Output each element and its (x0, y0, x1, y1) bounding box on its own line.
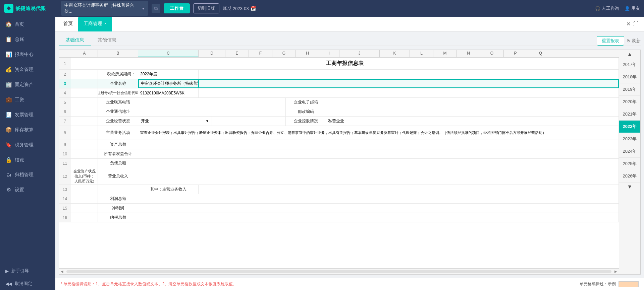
cell-11-b[interactable]: 负债总额 (98, 159, 138, 168)
cell-5-a[interactable] (71, 98, 98, 107)
tab-home[interactable]: 首页 (58, 17, 78, 31)
cell-4-c[interactable]: 91320100MA208E5W6K (138, 88, 199, 97)
cell-13-a[interactable] (71, 185, 98, 194)
year-2024[interactable]: 2024年 (619, 145, 640, 158)
sidebar-item-invoice[interactable]: 🧾 发票管理 (0, 107, 55, 122)
cell-11-a[interactable] (71, 159, 98, 168)
cell-6-a[interactable] (71, 107, 98, 116)
cell-6-c[interactable] (138, 107, 286, 116)
cell-7-b[interactable]: 企业经营状态 (98, 117, 138, 126)
cell-7-k[interactable]: 私营企业 (326, 117, 619, 126)
sub-tab-basic[interactable]: 基础信息 (59, 35, 91, 46)
cell-2-b[interactable]: 税款所属期间： (98, 70, 138, 79)
tab-gongshang[interactable]: 工商管理 × (78, 17, 112, 31)
cell-14-c[interactable] (138, 194, 619, 203)
tab-close-button[interactable]: ✕ (626, 21, 631, 27)
year-2018[interactable]: 2018年 (619, 71, 640, 83)
cell-15-a[interactable] (71, 204, 98, 213)
sidebar-item-report[interactable]: 📊 报表中心 (0, 47, 55, 62)
cell-7-j[interactable]: 企业控股情况 (286, 117, 326, 126)
cell-5-j[interactable]: 企业电子邮箱 (286, 98, 326, 107)
cell-8-c[interactable]: 审查企业会计报表；出具审计报告；验证企业资本；出具验资报告；办理企业合并、分立、… (138, 126, 619, 140)
sidebar-item-archive[interactable]: 🗂 归档管理 (0, 167, 55, 182)
cell-16-b[interactable]: 纳税总额 (98, 213, 138, 222)
sheet-body[interactable]: 1 工商年报信息表 2 税款所属期间： 2022年度 (59, 58, 619, 268)
cell-14-a[interactable] (71, 194, 98, 203)
sidebar-item-tax[interactable]: 🔖 税务管理 (0, 137, 55, 152)
cell-6-b[interactable]: 企业通信地址 (98, 107, 138, 116)
cell-5-b[interactable]: 企业联系电话 (98, 98, 138, 107)
sidebar-item-settings[interactable]: ⚙ 设置 (0, 182, 55, 197)
sidebar-item-asset[interactable]: 🏢 固定资产 (0, 77, 55, 92)
cell-4-a[interactable] (71, 88, 98, 97)
cell-4-rest[interactable] (199, 88, 619, 97)
refresh-button[interactable]: ↻ 刷新 (627, 38, 641, 44)
sidebar-item-inventory[interactable]: 📦 库存核算 (0, 122, 55, 137)
cell-11-c[interactable] (138, 159, 619, 168)
consult-button[interactable]: 🎧 人工咨询 (595, 5, 619, 11)
cell-6-k[interactable] (326, 107, 619, 116)
unpin-button[interactable]: ◀◀ 取消固定 (0, 277, 55, 290)
cell-10-b[interactable]: 所有者权益合计 (98, 149, 138, 158)
cell-10-c[interactable] (138, 149, 619, 158)
cell-9-b[interactable]: 资产总额 (98, 140, 138, 149)
cell-10-a[interactable] (71, 149, 98, 158)
cell-15-b[interactable]: 净利润 (98, 204, 138, 213)
cell-9-a[interactable] (71, 140, 98, 149)
cell-7-a[interactable] (71, 117, 98, 126)
horizontal-scroll-bar[interactable]: ◀ ▶ (59, 268, 619, 274)
title-cell[interactable]: 工商年报信息表 (71, 58, 619, 69)
cell-16-a[interactable] (71, 213, 98, 222)
cell-8-a[interactable] (71, 126, 98, 140)
cell-12-c[interactable] (138, 168, 619, 185)
copy-button[interactable]: ⧉ (152, 4, 160, 13)
cell-16-c[interactable] (138, 213, 619, 222)
cell-2-a[interactable] (71, 70, 98, 79)
cell-8-b[interactable]: 主营业务活动 (98, 126, 138, 140)
year-2017[interactable]: 2017年 (619, 59, 640, 71)
year-2025[interactable]: 2025年 (619, 158, 640, 170)
scroll-left-button[interactable]: ◀ (59, 269, 65, 275)
cell-12-b[interactable]: 营业总收入 (98, 168, 138, 185)
cell-7-c[interactable]: 开业 ▼ (138, 117, 212, 126)
year-2019[interactable]: 2019年 (619, 83, 640, 96)
cell-9-c[interactable] (138, 140, 619, 149)
cell-3-b[interactable]: 企业名称 (98, 79, 138, 88)
reset-report-button[interactable]: 重置报表 (597, 36, 624, 46)
cell-7-mid[interactable] (212, 117, 286, 126)
cell-13-d[interactable] (199, 185, 619, 194)
sidebar-item-fund[interactable]: 💰 资金管理 (0, 62, 55, 77)
new-guide-button[interactable]: ▶ 新手引导 (0, 265, 55, 277)
year-panel-up[interactable]: ▲ (619, 50, 640, 59)
cell-13-c[interactable]: 其中：主营业务收入 (138, 185, 199, 194)
cell-3-rest[interactable] (199, 79, 619, 88)
cell-13-b[interactable] (98, 185, 138, 194)
year-2021[interactable]: 2021年 (619, 108, 640, 121)
year-2023[interactable]: 2023年 (619, 133, 640, 145)
cell-12-a[interactable]: 企业资产状况信息(币种：人民币万元) (71, 168, 98, 185)
cell-3-c[interactable]: 中审众环会计师事务所（特殊普通合伙）江苏分所 (138, 79, 199, 88)
workbench-button[interactable]: 工作台 (164, 3, 190, 13)
year-2022[interactable]: 2022年 (619, 121, 640, 133)
cell-5-k[interactable] (326, 98, 619, 107)
scroll-right-button[interactable]: ▶ (613, 269, 619, 275)
tab-close-icon[interactable]: × (104, 21, 107, 26)
sub-tab-other[interactable]: 其他信息 (91, 35, 123, 46)
calendar-icon[interactable]: 📅 (250, 6, 256, 11)
cell-2-c[interactable]: 2022年度 (138, 70, 199, 79)
cell-6-j[interactable]: 邮政编码 (286, 107, 326, 116)
user-menu[interactable]: 👤 用友 (625, 5, 640, 11)
cell-4-b[interactable]: 注册号/统一社会信用代码 (98, 88, 138, 97)
year-2020[interactable]: 2020年 (619, 96, 640, 108)
cell-2-rest[interactable] (199, 70, 619, 79)
cell-5-c[interactable] (138, 98, 286, 107)
sidebar-item-salary[interactable]: 💼 工资 (0, 92, 55, 107)
tab-expand-button[interactable]: ⛶ (633, 21, 639, 27)
scroll-track[interactable] (66, 270, 611, 273)
cell-3-a[interactable] (71, 79, 98, 88)
cell-15-c[interactable] (138, 204, 619, 213)
sidebar-item-closing[interactable]: 🔒 结账 (0, 152, 55, 167)
year-panel-down[interactable]: ▼ (619, 183, 640, 191)
sidebar-item-ledger[interactable]: 📋 总账 (0, 32, 55, 47)
company-selector[interactable]: 中审众环会计师事务所（特殊普通合伙... ▼ (61, 1, 148, 16)
